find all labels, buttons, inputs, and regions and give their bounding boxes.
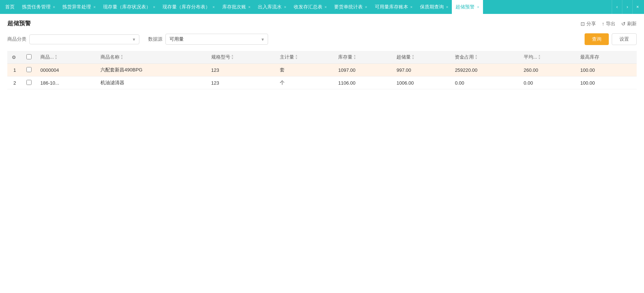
refresh-icon: ↺ (621, 21, 626, 27)
cell-name-1: 机油滤清器 (96, 77, 206, 89)
share-icon: ⊡ (581, 21, 585, 27)
export-label: 导出 (606, 21, 615, 27)
header-actions: ⊡ 分享 ↑ 导出 ↺ 刷新 (581, 21, 637, 27)
nav-item-1[interactable]: 拣货任务管理 × (18, 0, 59, 14)
close-tab-3[interactable]: × (153, 5, 155, 9)
datasource-select[interactable]: 可用量 ▾ (165, 34, 268, 45)
nav-prev-button[interactable]: ‹ (612, 0, 622, 14)
nav-item-3[interactable]: 现存量（库存状况表） × (99, 0, 159, 14)
nav-item-8[interactable]: 要货单统计表 × (330, 0, 371, 14)
settings-button[interactable]: 设置 (612, 33, 637, 45)
close-tab-9[interactable]: × (410, 5, 413, 9)
cell-over-0: 997.00 (392, 64, 450, 77)
cell-max-1: 100.00 (576, 77, 637, 89)
table-row: 2 186-10... 机油滤清器 123 个 1106.00 1006.00 … (7, 77, 637, 89)
sort-spec-icon: ▲▼ (231, 54, 234, 60)
th-over[interactable]: 超储量 ▲▼ (392, 51, 450, 64)
cell-name-0: 六配套新昌490BPG (96, 64, 206, 77)
filter-bar: 商品分类 ▾ 数据源 可用量 ▾ 查询 设置 (7, 33, 637, 45)
category-select[interactable]: ▾ (29, 34, 139, 44)
nav-item-10[interactable]: 保质期查询 × (416, 0, 452, 14)
th-capital[interactable]: 资金占用 ▲▼ (450, 51, 519, 64)
row-number-1: 2 (7, 77, 22, 89)
cell-over-1: 1006.00 (392, 77, 450, 89)
share-button[interactable]: ⊡ 分享 (581, 21, 596, 27)
nav-item-11[interactable]: 超储预警 × (452, 0, 483, 14)
nav-item-4[interactable]: 现存量（库存分布表） × (159, 0, 218, 14)
th-max-label: 最高库存 (580, 54, 599, 60)
close-tab-8[interactable]: × (365, 5, 367, 9)
th-max[interactable]: 最高库存 (576, 51, 637, 64)
close-tab-5[interactable]: × (248, 5, 250, 9)
table-header: ⚙ 商品... ▲▼ 商品名称 ▲▼ (7, 51, 637, 64)
cell-unit-1: 个 (275, 77, 334, 89)
nav-label-3: 现存量（库存状况表） (103, 4, 151, 10)
cell-spec-0: 123 (207, 64, 275, 77)
export-button[interactable]: ↑ 导出 (602, 21, 615, 27)
gear-icon: ⚙ (12, 55, 16, 60)
datasource-value: 可用量 (169, 36, 184, 42)
nav-label-2: 拣货异常处理 (62, 4, 91, 10)
th-code-label: 商品... (40, 54, 54, 60)
sort-capital-icon: ▲▼ (475, 54, 477, 60)
nav-bar: 首页 拣货任务管理 × 拣货异常处理 × 现存量（库存状况表） × 现存量（库存… (0, 0, 644, 14)
close-tab-10[interactable]: × (446, 5, 448, 9)
nav-item-home[interactable]: 首页 (1, 0, 18, 14)
select-all-checkbox[interactable] (26, 54, 32, 59)
nav-label-9: 可用量库存账本 (375, 4, 408, 10)
nav-label-10: 保质期查询 (420, 4, 444, 10)
nav-close-button[interactable]: × (632, 0, 643, 14)
close-tab-11[interactable]: × (477, 5, 479, 9)
row-checkbox-1[interactable] (26, 80, 32, 85)
th-avg-label: 平均... (524, 54, 537, 60)
cell-avg-0: 260.00 (519, 64, 576, 77)
category-filter-group: 商品分类 ▾ (7, 34, 139, 44)
table-body: 1 0000004 六配套新昌490BPG 123 套 1097.00 997.… (7, 64, 637, 89)
sort-unit-icon: ▲▼ (295, 54, 298, 60)
nav-next-button[interactable]: › (622, 0, 632, 14)
nav-item-9[interactable]: 可用量库存账本 × (371, 0, 416, 14)
nav-item-7[interactable]: 收发存汇总表 × (290, 0, 330, 14)
th-stock-label: 库存量 (338, 54, 352, 60)
th-name[interactable]: 商品名称 ▲▼ (96, 51, 206, 64)
cell-stock-1: 1106.00 (334, 77, 392, 89)
nav-item-2[interactable]: 拣货异常处理 × (59, 0, 99, 14)
th-code[interactable]: 商品... ▲▼ (36, 51, 96, 64)
th-checkbox[interactable] (22, 51, 36, 64)
query-button[interactable]: 查询 (585, 33, 609, 45)
row-checkbox-0[interactable] (26, 67, 32, 72)
close-tab-2[interactable]: × (93, 5, 95, 9)
row-checkbox-cell-0[interactable] (22, 64, 36, 77)
cell-max-0: 100.00 (576, 64, 637, 77)
th-spec[interactable]: 规格型号 ▲▼ (207, 51, 275, 64)
nav-item-5[interactable]: 库存批次账 × (219, 0, 254, 14)
cell-code-0: 0000004 (36, 64, 96, 77)
th-avg[interactable]: 平均... ▲▼ (519, 51, 576, 64)
close-tab-1[interactable]: × (53, 5, 55, 9)
th-gear[interactable]: ⚙ (7, 51, 22, 64)
nav-label-8: 要货单统计表 (334, 4, 363, 10)
close-tab-4[interactable]: × (212, 5, 215, 9)
row-checkbox-cell-1[interactable] (22, 77, 36, 89)
nav-label-1: 拣货任务管理 (22, 4, 51, 10)
th-stock[interactable]: 库存量 ▲▼ (334, 51, 392, 64)
nav-label-7: 收发存汇总表 (294, 4, 322, 10)
nav-label-4: 现存量（库存分布表） (162, 4, 210, 10)
cell-capital-0: 259220.00 (450, 64, 519, 77)
cell-capital-1: 0.00 (450, 77, 519, 89)
refresh-label: 刷新 (627, 21, 637, 27)
page-content: 超储预警 ⊡ 分享 ↑ 导出 ↺ 刷新 商品分类 ▾ 数据源 (0, 14, 644, 293)
th-unit[interactable]: 主计量 ▲▼ (275, 51, 334, 64)
close-tab-6[interactable]: × (284, 5, 286, 9)
sort-stock-icon: ▲▼ (353, 54, 356, 60)
th-spec-label: 规格型号 (211, 54, 230, 60)
th-over-label: 超储量 (396, 54, 411, 60)
close-tab-7[interactable]: × (325, 5, 327, 9)
nav-label-home: 首页 (5, 4, 15, 10)
category-label: 商品分类 (7, 36, 26, 42)
nav-arrows: ‹ › × (612, 0, 643, 14)
nav-item-6[interactable]: 出入库流水 × (254, 0, 290, 14)
refresh-button[interactable]: ↺ 刷新 (621, 21, 637, 27)
table-row: 1 0000004 六配套新昌490BPG 123 套 1097.00 997.… (7, 64, 637, 77)
data-table: ⚙ 商品... ▲▼ 商品名称 ▲▼ (7, 51, 637, 89)
